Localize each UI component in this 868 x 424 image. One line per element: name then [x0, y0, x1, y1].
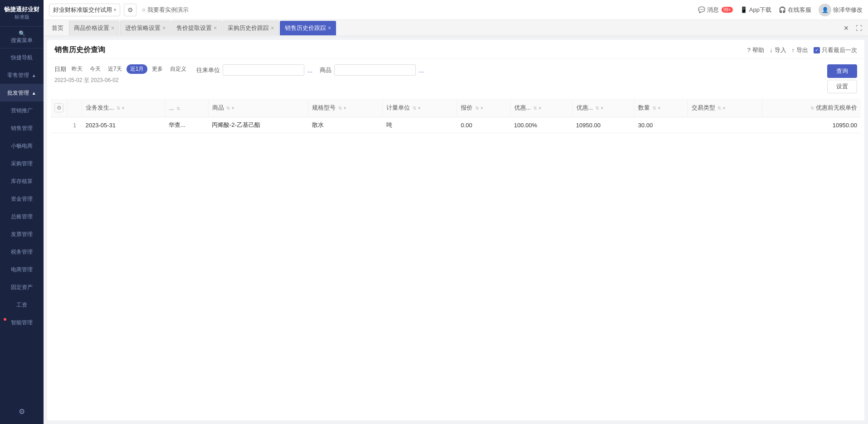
- date-btn-7days[interactable]: 近7天: [105, 64, 125, 74]
- tab-product-price-label: 商品价格设置: [74, 24, 109, 32]
- import-button[interactable]: ↓ 导入: [770, 46, 786, 54]
- date-btn-more[interactable]: 更多: [149, 64, 166, 74]
- sidebar-item-wholesale[interactable]: 批发管理 ▲: [0, 84, 44, 101]
- search-icon: 🔍: [19, 30, 25, 37]
- sidebar-item-assets[interactable]: 固定资产: [0, 278, 44, 296]
- source-unit-dots[interactable]: ...: [307, 67, 312, 74]
- col-trade-type[interactable]: 交易类型 ⇅ ▾: [688, 99, 762, 117]
- help-button[interactable]: ? 帮助: [747, 46, 764, 54]
- sidebar-item-ecommerce-light[interactable]: 小畅电商: [0, 137, 44, 154]
- sidebar-item-purchase[interactable]: 采购管理: [0, 154, 44, 172]
- col-spec[interactable]: 规格型号 ⇅ ▾: [308, 99, 383, 117]
- col-quantity-menu-icon[interactable]: ▾: [658, 106, 660, 111]
- tab-home[interactable]: 首页: [47, 21, 68, 35]
- col-biz-date-menu-icon[interactable]: ▾: [122, 106, 124, 111]
- demo-link[interactable]: ○ 我要看实例演示: [142, 6, 189, 14]
- tab-sale-extract-close[interactable]: ×: [214, 25, 217, 31]
- sidebar-item-finance[interactable]: 资金管理: [0, 190, 44, 207]
- col-spec-menu-icon[interactable]: ▾: [344, 106, 346, 111]
- sidebar-item-sales[interactable]: 销售管理: [0, 119, 44, 137]
- tab-sale-extract[interactable]: 售价提取设置 ×: [171, 21, 222, 35]
- row-unit: 吨: [383, 117, 457, 133]
- sidebar-item-quicknav[interactable]: 快捷导航: [0, 48, 44, 66]
- sidebar-item-ecommerce[interactable]: 电商管理: [0, 260, 44, 278]
- page-content: 销售历史价查询 ? 帮助 ↓ 导入 ↑ 导出 ✓ 只看最后一次: [47, 40, 864, 420]
- source-unit-input[interactable]: [223, 64, 304, 76]
- tab-sale-extract-label: 售价提取设置: [176, 24, 212, 32]
- sidebar-item-invoice[interactable]: 发票管理: [0, 225, 44, 243]
- product-dots[interactable]: ...: [419, 67, 424, 74]
- last-only-checkbox-label[interactable]: ✓ 只看最后一次: [814, 46, 857, 54]
- demo-label: 我要看实例演示: [147, 6, 189, 14]
- sidebar-item-smart[interactable]: 智能管理: [0, 313, 44, 331]
- sidebar-item-retail[interactable]: 零售管理 ▲: [0, 66, 44, 84]
- sidebar-item-ecommerce-light-label: 小畅电商: [2, 142, 42, 150]
- sidebar-item-salary[interactable]: 工资: [0, 296, 44, 313]
- sidebar-item-wholesale-label: 批发管理 ▲: [2, 89, 42, 97]
- sidebar-item-ledger[interactable]: 总账管理: [0, 207, 44, 225]
- col-discount-rate-sort-icon: ⇅: [533, 106, 537, 111]
- sidebar-item-inventory[interactable]: 库存核算: [0, 172, 44, 190]
- col-product-menu-icon[interactable]: ▾: [232, 106, 234, 111]
- sidebar-settings-button[interactable]: ⚙: [4, 403, 40, 420]
- table-gear-icon[interactable]: ⚙: [54, 103, 63, 112]
- date-btn-today[interactable]: 今天: [87, 64, 103, 74]
- col-discount-price-label: 优惠...: [576, 104, 593, 111]
- col-list-price-menu-icon[interactable]: ▾: [481, 106, 483, 111]
- row-product: 丙烯酸-2-乙基己酯: [208, 117, 308, 133]
- last-only-checkbox[interactable]: ✓: [814, 47, 820, 53]
- username-label: 徐泽华修改: [833, 6, 863, 14]
- col-discount-price[interactable]: 优惠... ⇅ ▾: [572, 99, 634, 117]
- tab-purchase-strategy[interactable]: 进价策略设置 ×: [120, 21, 171, 35]
- col-product[interactable]: 商品 ⇅ ▾: [208, 99, 308, 117]
- tab-home-label: 首页: [52, 24, 63, 32]
- col-unit-menu-icon[interactable]: ▾: [418, 106, 420, 111]
- app-download-button[interactable]: 📱 App下载: [740, 6, 771, 14]
- sidebar-item-retail-label: 零售管理 ▲: [2, 72, 42, 79]
- query-button[interactable]: 查询: [827, 64, 857, 78]
- message-button[interactable]: 💬 消息 99+: [698, 6, 733, 14]
- col-trade-type-menu-icon[interactable]: ▾: [723, 106, 725, 111]
- date-btn-custom[interactable]: 自定义: [167, 64, 189, 74]
- sidebar-item-quicknav-label: 快捷导航: [2, 54, 42, 62]
- col-discount-price-menu-icon[interactable]: ▾: [601, 106, 603, 111]
- sidebar-item-tax[interactable]: 税务管理: [0, 243, 44, 260]
- online-service-button[interactable]: 🎧 在线客服: [779, 6, 811, 14]
- tab-close-button[interactable]: ✕: [841, 23, 852, 34]
- topbar-gear-button[interactable]: ⚙: [124, 4, 137, 16]
- col-unit[interactable]: 计量单位 ⇅ ▾: [383, 99, 457, 117]
- date-btn-1month[interactable]: 近1月: [127, 64, 148, 74]
- date-btn-yesterday[interactable]: 昨天: [69, 64, 85, 74]
- col-biz-date-label: 业务发生...: [86, 104, 114, 111]
- app-icon: 📱: [740, 6, 747, 13]
- import-icon: ↓: [770, 47, 773, 53]
- col-extra[interactable]: ... ⇅: [165, 99, 208, 117]
- row-biz-date: 2023-05-31: [82, 117, 166, 133]
- tab-purchase-strategy-close[interactable]: ×: [162, 25, 166, 31]
- col-discount-rate[interactable]: 优惠... ⇅ ▾: [510, 99, 572, 117]
- sidebar-item-marketing[interactable]: 营销推广: [0, 101, 44, 119]
- col-discount-rate-menu-icon[interactable]: ▾: [539, 106, 541, 111]
- page-actions: ? 帮助 ↓ 导入 ↑ 导出 ✓ 只看最后一次: [747, 46, 857, 54]
- product-input[interactable]: [334, 64, 416, 76]
- col-biz-date[interactable]: 业务发生... ⇅ ▾: [82, 99, 166, 117]
- user-info[interactable]: 👤 徐泽华修改: [819, 4, 863, 16]
- version-selector[interactable]: 好业财标准版交付试用 ▾: [49, 4, 120, 16]
- tab-sale-history[interactable]: 销售历史价跟踪 ×: [280, 21, 336, 35]
- tab-sale-history-close[interactable]: ×: [328, 25, 331, 31]
- demo-icon: ○: [142, 6, 146, 13]
- tab-product-price[interactable]: 商品价格设置 ×: [69, 21, 119, 35]
- col-pretax-price[interactable]: ⇅ 优惠前无税单价: [762, 99, 861, 117]
- col-list-price[interactable]: 报价 ⇅ ▾: [457, 99, 510, 117]
- col-quantity[interactable]: 数量 ⇅ ▾: [634, 99, 688, 117]
- tab-product-price-close[interactable]: ×: [111, 25, 114, 31]
- tab-expand-button[interactable]: ⛶: [853, 23, 864, 34]
- tab-purchase-history[interactable]: 采购历史价跟踪 ×: [223, 21, 279, 35]
- sidebar-search[interactable]: 🔍 搜索菜单: [0, 27, 44, 48]
- tab-purchase-history-close[interactable]: ×: [271, 25, 274, 31]
- col-extra-sort-icon: ⇅: [176, 106, 180, 111]
- filter-settings-button[interactable]: 设置: [827, 80, 857, 93]
- row-discount-price: 10950.00: [572, 117, 634, 133]
- col-discount-price-sort-icon: ⇅: [595, 106, 599, 111]
- export-button[interactable]: ↑ 导出: [792, 46, 809, 54]
